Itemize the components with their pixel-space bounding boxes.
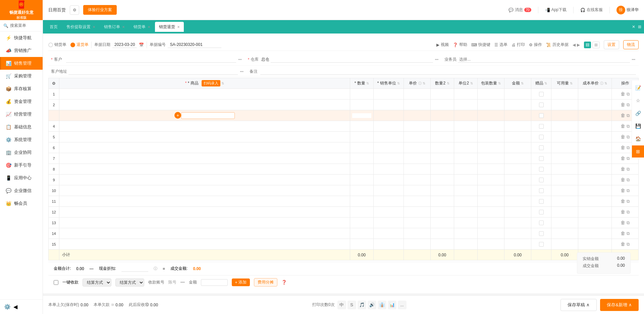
card-view-icon[interactable]: ⊞ [592,42,600,48]
product-cell-2[interactable] [59,100,350,110]
gift-cell-13[interactable] [531,217,551,228]
unit-cell-14[interactable] [374,228,404,239]
copy-row-9[interactable]: ⧉ [627,177,630,182]
footer-icon-4[interactable]: 🔊 [368,301,376,309]
account-dots[interactable]: ••• [180,280,185,285]
delete-row-15[interactable]: 🗑 [621,241,625,247]
copy-row-7[interactable]: ⧉ [627,156,630,161]
gift-checkbox-5[interactable] [539,135,544,139]
pack-cell-10[interactable] [478,185,504,196]
qty2-cell-5[interactable] [431,132,454,142]
product-input-14[interactable] [61,231,348,236]
print-action[interactable]: 🖨 打印 [512,42,525,48]
qty-input-14[interactable] [352,231,371,236]
gift-cell-2[interactable] [531,100,551,110]
unit2-cell-7[interactable] [454,153,478,164]
qty-cell-12[interactable] [350,207,374,217]
qty2-cell-13[interactable] [431,217,454,228]
discount-help[interactable]: ⓘ [154,266,157,271]
float-edit-icon[interactable]: 📝 [632,82,644,94]
qty2-cell-3[interactable] [431,110,454,121]
sidebar-item-operations[interactable]: 📈 经营管理 [0,108,43,121]
price-cell-12[interactable] [404,207,431,217]
price-cell-8[interactable] [404,164,431,175]
cost-cell-5[interactable] [578,132,612,142]
avail-cell-3[interactable] [551,110,578,121]
product-cell-7[interactable] [59,153,350,164]
sidebar-item-sales[interactable]: 📊 销售管理 [0,57,43,70]
radio-return[interactable]: 退货单 [70,42,89,48]
avail-cell-9[interactable] [551,175,578,185]
price-cell-13[interactable] [404,217,431,228]
add-row-button[interactable]: + [174,112,181,119]
product-cell-6[interactable] [59,142,350,153]
qty2-cell-10[interactable] [431,185,454,196]
delete-row-6[interactable]: 🗑 [621,145,625,150]
product-input-1[interactable] [61,92,348,97]
cost-cell-15[interactable] [578,239,612,250]
cost-cell-3[interactable] [578,110,612,121]
next-history-icon[interactable]: ▶ [577,43,580,47]
cost-cell-14[interactable] [578,228,612,239]
col-qty2-sort[interactable]: ⇅ [447,81,449,85]
avail-cell-14[interactable] [551,228,578,239]
price-cell-11[interactable] [404,196,431,207]
fee-split-button[interactable]: 费用分摊 [254,278,277,287]
price-cell-14[interactable] [404,228,431,239]
pack-cell-14[interactable] [478,228,504,239]
avail-cell-15[interactable] [551,239,578,250]
avail-cell-4[interactable] [551,121,578,132]
pack-cell-8[interactable] [478,164,504,175]
col-product-sort[interactable]: ⇅ [221,81,224,85]
avail-cell-10[interactable] [551,185,578,196]
product-input-4[interactable] [61,124,348,129]
qty-input-11[interactable] [352,199,371,204]
address-input[interactable] [68,68,238,75]
unit2-cell-3[interactable] [454,110,478,121]
copy-row-13[interactable]: ⧉ [627,220,630,225]
price-cell-3[interactable] [404,110,431,121]
gift-cell-4[interactable] [531,121,551,132]
tab-price-settings-close[interactable]: ✕ [93,25,95,29]
history-action[interactable]: 📜 历史单据 [546,42,569,48]
price-cell-6[interactable] [404,142,431,153]
footer-icon-1[interactable]: 中 [337,301,346,309]
sidebar-item-marketing[interactable]: 📣 营销推广 [0,44,43,57]
video-action[interactable]: ▶ 视频 [436,42,449,48]
amount-cell-5[interactable] [504,132,531,142]
pack-cell-13[interactable] [478,217,504,228]
staff-input[interactable] [458,56,630,63]
unit2-cell-10[interactable] [454,185,478,196]
shortcut-action[interactable]: ⌨ 快捷键 [471,42,490,48]
delete-row-13[interactable]: 🗑 [621,220,625,225]
cost-cell-1[interactable] [578,89,612,100]
qty-cell-3[interactable] [350,110,374,121]
gift-checkbox-14[interactable] [539,231,544,236]
sidebar-item-finance[interactable]: 💰 资金管理 [0,95,43,108]
account-method-select[interactable]: 结算方式 [83,278,111,287]
tab-sales-delivery-close[interactable]: ✕ [148,25,150,29]
qty2-cell-1[interactable] [431,89,454,100]
unit-cell-2[interactable] [374,100,404,110]
product-input-12[interactable] [61,210,348,214]
save-draft-button[interactable]: 保存草稿 ∧ [560,299,597,311]
experience-button[interactable]: 体验行业方案 [83,5,117,15]
delete-row-11[interactable]: 🗑 [621,198,625,204]
avail-cell-12[interactable] [551,207,578,217]
qty-input-5[interactable] [352,135,371,139]
unit2-cell-9[interactable] [454,175,478,185]
copy-row-12[interactable]: ⧉ [627,209,630,214]
price-cell-10[interactable] [404,185,431,196]
col-qty-sort[interactable]: ⇅ [366,81,369,85]
qty-input-12[interactable] [352,210,371,214]
product-cell-8[interactable] [59,164,350,175]
delete-row-10[interactable]: 🗑 [621,188,625,193]
product-input-2[interactable] [61,103,348,107]
warehouse-input[interactable] [271,56,433,63]
copy-row-2[interactable]: ⧉ [627,102,630,107]
product-input-6[interactable] [61,145,348,150]
gift-cell-5[interactable] [531,132,551,142]
gift-cell-10[interactable] [531,185,551,196]
col-gift-sort[interactable]: ⇅ [544,81,547,85]
qty2-cell-15[interactable] [431,239,454,250]
